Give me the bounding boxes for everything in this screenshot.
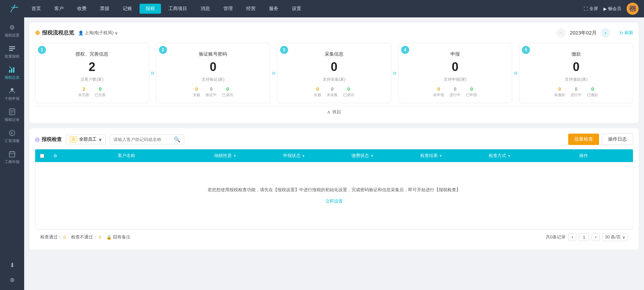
nav-invoice[interactable]: 票据: [94, 4, 115, 14]
pagination: 共0条记录 ‹ 1 › 30 条/页 ∨: [546, 233, 628, 241]
next-page-btn[interactable]: ›: [592, 233, 600, 241]
nav-business[interactable]: 工商项目: [162, 4, 193, 14]
nav-service[interactable]: 服务: [263, 4, 284, 14]
th-gear[interactable]: ⚙: [49, 150, 62, 162]
nav-bookkeeping[interactable]: 记账: [117, 4, 138, 14]
process-steps: 1 授权、完善信息 2 总客户数(家) 2 未完善 0 已完善: [35, 43, 633, 103]
setup-link[interactable]: 立即设置: [325, 197, 343, 206]
total-records: 共0条记录: [546, 234, 566, 240]
location-selector[interactable]: 👤 上海(电子税局) ∨: [78, 30, 118, 36]
step-3-card: 3 采集信息 0 支持采集(家) 0 失败 0 未采集: [277, 43, 391, 103]
per-page-chevron: ∨: [622, 235, 626, 240]
sidebar-download[interactable]: ⬇: [8, 258, 16, 273]
sidebar-item-tax-settings[interactable]: ⚙ 报税设置: [0, 20, 24, 41]
nav-message[interactable]: 消息: [195, 4, 216, 14]
content-area: ⊕ 报税流程总览 👤 上海(电子税局) ∨ ‹ 2023年02月 › ↻ 刷新: [24, 17, 644, 290]
step-1-number: 1: [38, 46, 46, 54]
download-icon: ⬇: [8, 261, 16, 269]
th-check-result[interactable]: 检查结果 ▼: [397, 149, 465, 162]
step-3-count: 0: [331, 60, 337, 74]
step-1-title: 授权、完善信息: [75, 51, 108, 57]
search-input[interactable]: [113, 137, 174, 142]
sidebar-item-individual-tax[interactable]: 个税申报: [0, 83, 24, 104]
sidebar-item-tax-overview[interactable]: 报税总览: [0, 62, 24, 83]
process-overview-card: ⊕ 报税流程总览 👤 上海(电子税局) ∨ ‹ 2023年02月 › ↻ 刷新: [30, 23, 639, 123]
header-right-btns: 批量检查 操作日志: [568, 134, 633, 145]
step-1-card: 1 授权、完善信息 2 总客户数(家) 2 未完善 0 已完善: [35, 43, 149, 103]
svg-point-7: [11, 88, 13, 91]
arrow-2: »: [270, 43, 277, 103]
per-page-selector[interactable]: 30 条/页 ∨: [602, 233, 628, 241]
refresh-icon: ↻: [620, 30, 623, 35]
step-5-title: 缴款: [572, 51, 581, 57]
sidebar-item-annual-report[interactable]: 工商年报: [0, 147, 24, 168]
th-check-method[interactable]: 检查方式 ▼: [466, 149, 534, 162]
nav-operation[interactable]: 经营: [240, 4, 262, 14]
svg-rect-0: [9, 46, 15, 47]
fullscreen-btn[interactable]: ⛶ 全屏: [584, 6, 598, 12]
th-pay-status[interactable]: 缴费状态 ▼: [328, 149, 397, 162]
double-arrow-3: »: [392, 69, 396, 77]
process-title-icon: ⊕: [35, 29, 40, 37]
nav-fee[interactable]: 收费: [71, 4, 93, 14]
vip-btn[interactable]: ▶ 畅会员: [603, 6, 621, 12]
tax-check-table: ⚙ 客户名称 纳税性质 ▼ 申报状态 ▼ 缴费状态 ▼: [35, 149, 633, 229]
step-2-count: 0: [210, 60, 216, 74]
svg-rect-3: [9, 70, 10, 73]
avatar[interactable]: 🐻: [627, 3, 639, 15]
step-3-number: 3: [280, 46, 288, 54]
sidebar-item-settlement[interactable]: ¥ 汇算清缴: [0, 126, 24, 147]
double-arrow-2: »: [271, 69, 275, 77]
note-icon: 🔒: [106, 235, 112, 240]
step-1-count: 2: [89, 60, 95, 74]
arrow-1: »: [149, 43, 156, 103]
annual-report-icon: [8, 150, 16, 158]
dropdown-icon: ∨: [115, 30, 118, 35]
main-layout: ⚙ 报税设置 批量报税 报税总览: [0, 17, 644, 290]
nav-customer[interactable]: 客户: [48, 4, 70, 14]
collapse-btn[interactable]: ∧ 收起: [35, 106, 633, 118]
arrow-3: »: [391, 43, 398, 103]
search-icon[interactable]: 🔍: [174, 136, 180, 143]
bulk-check-btn[interactable]: 批量检查: [568, 134, 599, 145]
step-2-detail-0: 0 失败: [193, 86, 200, 97]
employee-tag: 员: [69, 136, 77, 143]
nav-settings[interactable]: 设置: [286, 4, 307, 14]
step-1-desc: 总客户数(家): [80, 77, 103, 82]
svg-text:¥: ¥: [10, 131, 13, 135]
step-5-count: 0: [573, 60, 580, 74]
current-page: 1: [579, 233, 589, 241]
table-header: ⚙ 客户名称 纳税性质 ▼ 申报状态 ▼ 缴费状态 ▼: [35, 149, 633, 162]
th-tax-nature[interactable]: 纳税性质 ▼: [191, 149, 260, 162]
step-2-card: 2 验证账号密码 0 支持验证(家) 0 失败 0 验证中: [156, 43, 270, 103]
nav-home[interactable]: 首页: [25, 4, 47, 14]
step-4-count: 0: [452, 60, 459, 74]
settlement-icon: ¥: [8, 129, 16, 137]
prev-month-btn[interactable]: ‹: [556, 28, 566, 38]
tax-overview-icon: [8, 66, 16, 74]
nav-management[interactable]: 管理: [217, 4, 239, 14]
employee-selector[interactable]: 员 全部员工 ∨: [66, 135, 106, 144]
sidebar-help[interactable]: ⊕: [8, 273, 16, 287]
refresh-btn[interactable]: ↻ 刷新: [620, 30, 633, 36]
select-all-checkbox[interactable]: [40, 154, 44, 158]
sidebar-bottom: ⬇ ⊕: [8, 258, 16, 287]
pass-count[interactable]: 0: [63, 235, 66, 240]
step-5-detail-2: 0 已缴款: [587, 86, 598, 97]
sidebar-item-tax-records[interactable]: 报税记录: [0, 104, 24, 126]
th-declare-status[interactable]: 申报状态 ▼: [260, 149, 328, 162]
first-page-btn[interactable]: ‹: [568, 233, 576, 241]
svg-rect-4: [11, 69, 12, 73]
nav-tax[interactable]: 报税: [140, 4, 161, 14]
svg-rect-5: [13, 67, 14, 73]
step-5-detail-0: 0 未缴款: [554, 86, 565, 97]
sidebar-item-batch-tax[interactable]: 批量报税: [0, 41, 24, 62]
tax-records-icon: [8, 108, 16, 116]
th-checkbox[interactable]: [35, 150, 49, 161]
tax-check-title-icon: ◎: [35, 136, 40, 143]
tax-check-header: ◎ 报税检查 员 全部员工 ∨ 🔍 批量检查 操作日志: [35, 134, 633, 145]
operation-log-btn[interactable]: 操作日志: [602, 134, 633, 145]
next-month-btn[interactable]: ›: [601, 28, 610, 38]
footer-pass-stat: 检查通过： 0: [40, 234, 66, 240]
fail-count[interactable]: 0: [99, 235, 101, 240]
